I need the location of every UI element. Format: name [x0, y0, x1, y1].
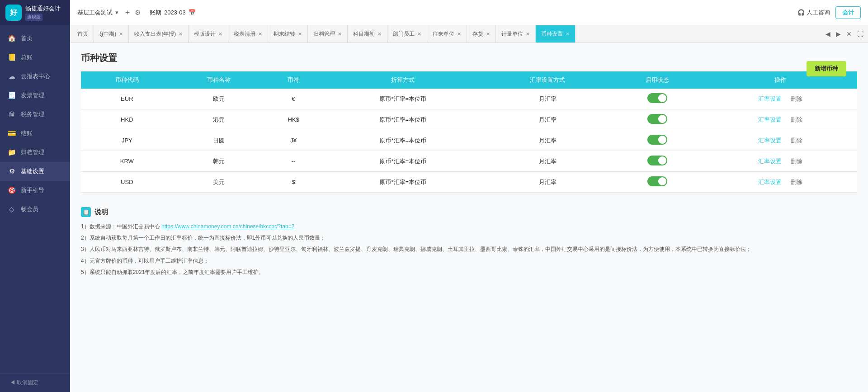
sidebar-nav: 🏠首页📒总账☁云报表中心🧾发票管理🏛税务管理💳结账📁归档管理⚙基础设置🎯新手引导…	[0, 25, 70, 373]
tab-inventory[interactable]: 存货✕	[467, 25, 496, 43]
notice-item-4: 5）系统只能自动抓取2021年度后的汇率，之前年度汇率需要用户手工维护。	[81, 268, 857, 277]
cell-name-4: 美元	[173, 172, 265, 193]
tab-archive[interactable]: 归档管理✕	[308, 25, 348, 43]
delete-btn-0[interactable]: 删除	[791, 95, 802, 103]
tab-home[interactable]: 首页	[72, 25, 94, 43]
delete-btn-2[interactable]: 删除	[791, 137, 802, 145]
tab-template[interactable]: 模版设计✕	[189, 25, 228, 43]
cell-symbol-3: --	[265, 151, 322, 172]
toggle-2[interactable]	[647, 135, 667, 145]
tab-close-department[interactable]: ✕	[417, 31, 421, 37]
sidebar-unpin[interactable]: ◀ 取消固定	[0, 373, 70, 392]
settings-icon[interactable]: ⚙	[135, 9, 141, 17]
calendar-icon[interactable]: 📅	[189, 9, 196, 16]
sidebar-item-tax[interactable]: 🏛税务管理	[0, 105, 70, 124]
sidebar-label-ledger: 总账	[21, 53, 33, 61]
rate-setting-btn-0[interactable]: 汇率设置	[758, 95, 782, 103]
reports-icon: ☁	[7, 72, 16, 80]
tab-next-button[interactable]: ▶	[833, 30, 844, 38]
notice-link[interactable]: https://www.chinamoney.com.cn/chinese/bk…	[161, 223, 294, 230]
sidebar-item-ledger[interactable]: 📒总账	[0, 48, 70, 67]
sidebar-item-settlement[interactable]: 💳结账	[0, 124, 70, 143]
currency-table: 币种代码币种名称币符折算方式汇率设置方式启用状态操作 EUR 欧元 € 原币*汇…	[81, 71, 857, 193]
logo-area: 好 畅捷通好会计 旗舰版	[0, 0, 70, 25]
tab-income[interactable]: 收入支出表(年报)✕	[129, 25, 189, 43]
cell-symbol-2: J¥	[265, 130, 322, 151]
toggle-knob-4	[658, 177, 666, 185]
tabbar: 首页ξ(中期)✕收入支出表(年报)✕模版设计✕税表清册✕期末结转✕归档管理✕科目…	[70, 25, 868, 43]
new-currency-button[interactable]: 新增币种	[807, 61, 846, 76]
sidebar-item-reports[interactable]: ☁云报表中心	[0, 67, 70, 86]
logo-text: 畅捷通好会计	[25, 5, 61, 13]
tab-period_end[interactable]: 期末结转✕	[268, 25, 308, 43]
content-area: 币种设置 新增币种 币种代码币种名称币符折算方式汇率设置方式启用状态操作 EUR…	[70, 43, 868, 392]
delete-btn-4[interactable]: 删除	[791, 178, 802, 186]
cell-actions-4: 汇率设置 删除	[703, 172, 857, 193]
sidebar-label-guide: 新手引导	[21, 186, 44, 194]
rate-setting-btn-4[interactable]: 汇率设置	[758, 178, 782, 186]
delete-btn-3[interactable]: 删除	[791, 157, 802, 165]
tab-close-partner[interactable]: ✕	[457, 31, 461, 37]
sidebar-label-invoice: 发票管理	[21, 91, 44, 99]
table-header: 币种代码币种名称币符折算方式汇率设置方式启用状态操作	[81, 71, 857, 89]
rate-setting-btn-1[interactable]: 汇率设置	[758, 116, 782, 124]
tab-subject[interactable]: 科目期初✕	[348, 25, 387, 43]
tab-close-inventory[interactable]: ✕	[486, 31, 490, 37]
toggle-4[interactable]	[647, 176, 667, 186]
toggle-3[interactable]	[647, 156, 667, 165]
tab-tax[interactable]: 税表清册✕	[228, 25, 268, 43]
toggle-knob-3	[658, 156, 666, 165]
sidebar-item-archive[interactable]: 📁归档管理	[0, 143, 70, 162]
col-header-币种代码: 币种代码	[81, 71, 173, 89]
chevron-down-icon: ▾	[115, 9, 118, 16]
tab-prev-button[interactable]: ◀	[823, 30, 833, 38]
notice-item-3: 4）无官方牌价的币种，可以用户手工维护汇率信息；	[81, 257, 857, 265]
period-label: 账期	[150, 9, 161, 17]
table-row: USD 美元 $ 原币*汇率=本位币 月汇率 汇率设置 删除	[81, 172, 857, 193]
period-display: 账期 2023-03 📅	[150, 9, 196, 17]
notice-item-2: 3）人民币对马来西亚林吉特、俄罗斯卢布、南非兰特、韩元、阿联酋迪拉姆、沙特里亚尔…	[81, 245, 857, 254]
tab-close-period_end[interactable]: ✕	[298, 31, 302, 37]
help-button[interactable]: 🎧 人工咨询	[797, 9, 830, 17]
cell-code-3: KRW	[81, 151, 173, 172]
tab-close-archive[interactable]: ✕	[338, 31, 342, 37]
sidebar-label-reports: 云报表中心	[21, 72, 50, 80]
tab-label-income: 收入支出表(年报)	[134, 30, 176, 38]
tab-currency[interactable]: 币种设置✕	[536, 25, 576, 43]
tab-unit[interactable]: 计量单位✕	[496, 25, 536, 43]
sidebar-label-home: 首页	[21, 34, 33, 43]
sidebar-item-member[interactable]: ◇畅会员	[0, 200, 70, 219]
tab-close-unit[interactable]: ✕	[526, 31, 530, 37]
sidebar-item-guide[interactable]: 🎯新手引导	[0, 181, 70, 200]
col-header-币种名称: 币种名称	[173, 71, 265, 89]
tab-partner[interactable]: 往来单位✕	[427, 25, 467, 43]
cell-actions-0: 汇率设置 删除	[703, 89, 857, 109]
tab-close-balance[interactable]: ✕	[119, 31, 123, 37]
sidebar-item-home[interactable]: 🏠首页	[0, 29, 70, 48]
kuaiji-button[interactable]: 会计	[835, 6, 861, 19]
tab-balance[interactable]: ξ(中期)✕	[94, 25, 129, 43]
topbar-right: 🎧 人工咨询 会计	[797, 6, 861, 19]
add-tab-button[interactable]: ＋	[124, 8, 131, 17]
tab-department[interactable]: 部门员工✕	[387, 25, 427, 43]
toggle-0[interactable]	[647, 93, 667, 103]
cell-name-2: 日圆	[173, 130, 265, 151]
rate-setting-btn-2[interactable]: 汇率设置	[758, 137, 782, 145]
sidebar-item-invoice[interactable]: 🧾发票管理	[0, 86, 70, 105]
sidebar-item-settings[interactable]: ⚙基础设置	[0, 162, 70, 181]
tab-close-currency[interactable]: ✕	[566, 31, 570, 37]
tab-expand-button[interactable]: ⛶	[854, 30, 866, 38]
toggle-1[interactable]	[647, 114, 667, 124]
tab-label-unit: 计量单位	[501, 30, 523, 38]
cell-ratetype-2: 月汇率	[484, 130, 611, 151]
project-selector[interactable]: 基层工会测试 ▾	[77, 9, 118, 17]
tab-close-income[interactable]: ✕	[179, 31, 183, 37]
headset-icon: 🎧	[797, 9, 805, 16]
tab-label-currency: 币种设置	[541, 30, 563, 38]
rate-setting-btn-3[interactable]: 汇率设置	[758, 157, 782, 165]
tab-close-subject[interactable]: ✕	[377, 31, 382, 37]
tab-close-template[interactable]: ✕	[218, 31, 222, 37]
tab-close-all-button[interactable]: ✕	[844, 30, 854, 38]
tab-close-tax[interactable]: ✕	[258, 31, 262, 37]
delete-btn-1[interactable]: 删除	[791, 116, 802, 124]
